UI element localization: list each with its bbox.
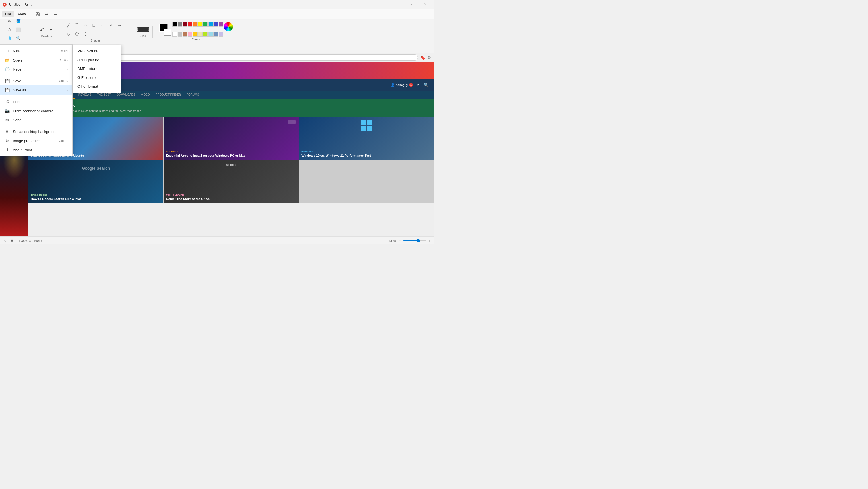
oval-tool[interactable]: ○ (82, 21, 89, 29)
theme-toggle[interactable]: ☀ (416, 83, 420, 87)
file-menu-recent[interactable]: 🕐 Recent › (0, 65, 72, 74)
rect-tool[interactable]: □ (90, 21, 98, 29)
color-swatch-lavender[interactable] (219, 32, 223, 37)
magnifier-tool[interactable]: 🔍 (14, 34, 22, 42)
rect2-tool[interactable]: ▭ (98, 21, 106, 29)
eraser-tool[interactable]: ⬜ (14, 26, 22, 34)
file-menu-save[interactable]: 💾 Save Ctrl+S (0, 76, 72, 85)
file-menu-about[interactable]: ℹ About Paint (0, 145, 72, 154)
fill-tool[interactable]: 🪣 (14, 17, 22, 25)
view-menu-item[interactable]: View (15, 11, 29, 18)
send-icon: ✉ (5, 118, 9, 122)
arrow-tool[interactable]: → (116, 21, 124, 29)
color-swatch-lime[interactable] (203, 32, 208, 37)
zoom-slider-fill (403, 240, 417, 241)
save-toolbar-button[interactable] (34, 10, 41, 18)
saveas-other[interactable]: Other format (73, 82, 121, 91)
dimensions-area: □ 3840 × 2160px (18, 239, 42, 242)
other-label: Other format (78, 84, 98, 89)
bmp-label: BMP picture (78, 67, 98, 71)
color-swatch-black[interactable] (173, 22, 177, 27)
article-card-4[interactable]: Google Search TIPS & TRICKS How to Googl… (28, 160, 163, 203)
file-menu-item[interactable]: File (2, 11, 14, 18)
browser-extensions[interactable]: 🔖 (420, 55, 426, 60)
save-as-arrow: › (67, 89, 68, 92)
card5-category: TECH CULTURE (166, 194, 297, 196)
line-tool[interactable]: ╱ (64, 21, 72, 29)
resize-status[interactable]: ⊞ (10, 239, 13, 242)
color-swatch-orange[interactable] (193, 22, 197, 27)
file-menu-scanner[interactable]: 📷 From scanner or camera (0, 106, 72, 115)
save-as-label: Save as (13, 88, 60, 92)
color-swatch-red[interactable] (188, 22, 192, 27)
close-button[interactable]: ✕ (418, 0, 432, 9)
color-swatch-cream[interactable] (198, 32, 203, 37)
color-swatch-green[interactable] (203, 22, 208, 27)
save-icon: 💾 (5, 79, 9, 83)
menu-bar: File View ↩ ↪ (0, 9, 434, 19)
color-swatch-ltblue[interactable] (213, 32, 218, 37)
color-swatch-pink[interactable] (188, 32, 192, 37)
color-swatch-ltcyan[interactable] (208, 32, 213, 37)
properties-icon: ⚙ (5, 138, 9, 143)
file-menu-send[interactable]: ✉ Send (0, 115, 72, 124)
file-menu-open[interactable]: 📂 Open Ctrl+O (0, 56, 72, 65)
saveas-png[interactable]: PNG picture (73, 47, 121, 56)
color-swatch-dgray[interactable] (178, 22, 182, 27)
article-card-3[interactable]: WINDOWS Windows 10 vs. Windows 11 Perfor… (299, 117, 434, 160)
nav-forums[interactable]: FORUMS (184, 91, 202, 98)
color-picker-tool[interactable]: 💧 (6, 34, 14, 42)
selection-tool-status[interactable]: ↖ (3, 239, 6, 242)
color-swatch-yellow[interactable] (198, 22, 203, 27)
color-swatch-cyan[interactable] (208, 22, 213, 27)
color-swatch-purple[interactable] (219, 22, 223, 27)
color-swatch-white[interactable] (173, 32, 177, 37)
color-swatch-brown[interactable] (183, 32, 187, 37)
open-shortcut: Ctrl+O (59, 58, 68, 62)
saveas-gif[interactable]: GIF picture (73, 73, 121, 82)
file-menu-new[interactable]: □ New Ctrl+N (0, 47, 72, 56)
maximize-button[interactable]: □ (406, 0, 418, 9)
pentagon-tool[interactable]: ⬠ (73, 30, 81, 38)
hexagon-tool[interactable]: ⬡ (82, 30, 89, 38)
browser-settings[interactable]: ⚙ (427, 55, 432, 60)
color-wheel[interactable] (224, 22, 233, 31)
color-swatch-lgray[interactable] (178, 32, 182, 37)
background-color[interactable] (164, 29, 171, 35)
undo-button[interactable]: ↩ (43, 10, 51, 18)
zoom-out-button[interactable]: − (399, 238, 401, 243)
curve-tool[interactable]: ⌒ (73, 21, 81, 29)
desktop-label: Set as desktop background (13, 130, 60, 134)
zoom-slider[interactable] (403, 240, 426, 241)
color-swatch-darkred[interactable] (183, 22, 187, 27)
recent-arrow: › (67, 68, 68, 71)
file-menu-save-as[interactable]: 💾 Save as › (0, 85, 72, 94)
brush-dropdown[interactable]: ▼ (47, 26, 55, 34)
undo-redo-group: ↩ ↪ (43, 10, 59, 18)
text-tool[interactable]: A (6, 26, 14, 34)
saveas-bmp[interactable]: BMP picture (73, 64, 121, 73)
divider-2 (0, 96, 72, 96)
triangle-tool[interactable]: △ (107, 21, 115, 29)
desktop-arrow: › (67, 130, 68, 133)
color-swatch-blue[interactable] (213, 22, 218, 27)
diamond-tool[interactable]: ◇ (64, 30, 72, 38)
article-card-2[interactable]: ⬅ ➡ SOFTWARE Essential Apps to Install o… (164, 117, 299, 160)
redo-button[interactable]: ↪ (51, 10, 59, 18)
nav-video[interactable]: VIDEO (138, 91, 153, 98)
article-card-5[interactable]: NOKIA TECH CULTURE Nokia: The Story of t… (164, 160, 299, 203)
zoom-in-button[interactable]: + (428, 238, 431, 243)
minimize-button[interactable]: — (393, 0, 406, 9)
file-menu-desktop-bg[interactable]: 🖥 Set as desktop background › (0, 127, 72, 136)
saveas-jpeg[interactable]: JPEG picture (73, 56, 121, 64)
desktop-icon: 🖥 (5, 129, 9, 134)
about-icon: ℹ (5, 147, 9, 152)
color-swatch-amber[interactable] (193, 32, 197, 37)
search-icon[interactable]: 🔍 (424, 83, 428, 87)
pencil-tool[interactable]: ✏ (6, 17, 14, 25)
file-menu-properties[interactable]: ⚙ Image properties Ctrl+E (0, 136, 72, 145)
file-menu-print[interactable]: 🖨 Print › (0, 97, 72, 106)
size-label: Size (140, 34, 146, 37)
brush-tool[interactable]: 🖌 (38, 26, 46, 34)
nav-product-finder[interactable]: PRODUCT FINDER (153, 91, 184, 98)
